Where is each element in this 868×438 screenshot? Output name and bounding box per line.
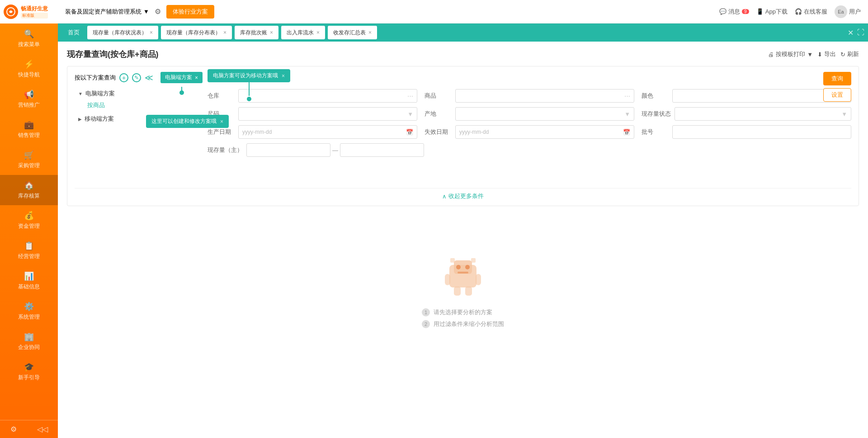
- sidebar: 畅通好生意 标准版 🔍 搜索菜单 ⚡ 快捷导航 📢 营销推广 💼 销售管理 🛒 …: [0, 0, 58, 438]
- stock-main-max[interactable]: [340, 143, 424, 157]
- warehouse-select[interactable]: ⋯: [238, 89, 417, 103]
- messages-action[interactable]: 💬 消息 9: [719, 8, 749, 16]
- empty-illustration: [436, 247, 490, 301]
- settings-icon[interactable]: ⚙: [155, 7, 161, 16]
- collapse-sidebar-icon[interactable]: ◁◁: [37, 425, 48, 433]
- sidebar-item-marketing[interactable]: 📢 营销推广: [0, 84, 58, 114]
- filter-edit-btn[interactable]: ✎: [132, 73, 141, 82]
- tooltip-close-2[interactable]: ×: [220, 118, 223, 125]
- sidebar-item-enterprise[interactable]: 🏢 企业协同: [0, 326, 58, 357]
- filter-item-batch-no: 批号: [642, 125, 851, 139]
- sidebar-item-label: 资金管理: [18, 222, 40, 230]
- goods-select[interactable]: ⋯: [455, 89, 634, 103]
- chevron-down-icon: ▼: [807, 51, 813, 58]
- page-actions: 🖨 按模板打印 ▼ ⬇ 导出 ↻ 刷新: [768, 50, 859, 58]
- filter-add-btn[interactable]: +: [119, 73, 128, 82]
- stock-status-select[interactable]: ▼: [675, 107, 851, 121]
- sidebar-item-inventory[interactable]: 🏠 库存核算: [0, 175, 58, 205]
- sidebar-item-management[interactable]: 📋 经营管理: [0, 235, 58, 266]
- expand-icon: ▶: [78, 117, 82, 122]
- refresh-icon: ↻: [840, 51, 845, 58]
- app-download-action[interactable]: 📱 App下载: [756, 8, 788, 16]
- chevron-down-icon: ▼: [143, 8, 149, 15]
- sidebar-item-purchase[interactable]: 🛒 采购管理: [0, 145, 58, 175]
- industry-btn[interactable]: 体验行业方案: [166, 5, 214, 19]
- tab-bar: 首页 现存量（库存状况表） × 现存量（库存分布表） × 库存批次账 × 出入库…: [58, 24, 868, 42]
- tab-inventory-status[interactable]: 现存量（库存状况表） ×: [87, 26, 158, 39]
- collapse-btn[interactable]: ∧ 收起更多条件: [442, 192, 484, 200]
- tip-num-1: 1: [422, 308, 430, 316]
- query-btn[interactable]: 查询: [823, 72, 851, 85]
- svg-rect-8: [454, 287, 461, 296]
- filter-row-4: 现存量（主） —: [208, 143, 851, 157]
- filter-item-produce-date: 生产日期 yyyy-mm-dd 📅: [208, 125, 417, 139]
- filter-item-stock-main: 现存量（主） —: [208, 143, 424, 157]
- svg-rect-6: [445, 274, 450, 285]
- tab-close-collection-summary[interactable]: ×: [368, 29, 372, 36]
- user-action[interactable]: Ea 用户: [835, 5, 861, 18]
- tab-collection-summary[interactable]: 收发存汇总表 ×: [328, 26, 377, 39]
- tab-close-in-out-flow[interactable]: ×: [316, 29, 320, 36]
- produce-date-start[interactable]: yyyy-mm-dd 📅: [238, 125, 417, 139]
- chevron-down-icon: ▼: [407, 111, 413, 118]
- empty-tip-1: 1 请先选择要分析的方案: [422, 306, 504, 318]
- sidebar-item-basic[interactable]: 📊 基础信息: [0, 266, 58, 296]
- system-title-select[interactable]: 装备及固定资产辅助管理系统 ▼: [65, 8, 149, 16]
- management-icon: 📋: [24, 241, 34, 251]
- tooltip-green-1: 电脑方案可设为移动方案哦 ×: [208, 69, 290, 82]
- sidebar-item-label: 库存核算: [18, 192, 40, 200]
- batch-no-input[interactable]: [672, 125, 851, 139]
- chevron-down-icon: ▼: [624, 111, 630, 118]
- tab-close-inventory-dist[interactable]: ×: [223, 29, 226, 36]
- filter-item-size: 尺码 ▼: [208, 107, 417, 121]
- tab-batch-account[interactable]: 库存批次账 ×: [235, 26, 278, 39]
- filter-buttons: 查询 设置: [816, 66, 859, 107]
- system-icon: ⚙️: [24, 301, 34, 311]
- marketing-icon: 📢: [24, 89, 34, 99]
- stock-main-min[interactable]: [246, 143, 330, 157]
- purchase-icon: 🛒: [24, 150, 34, 160]
- sidebar-item-newbie[interactable]: 🎓 新手引导: [0, 357, 58, 387]
- filter-item-origin: 产地 ▼: [425, 107, 634, 121]
- sidebar-item-quicknav[interactable]: ⚡ 快捷导航: [0, 54, 58, 84]
- logo-area: 畅通好生意 标准版: [0, 0, 58, 24]
- sidebar-item-label: 搜索菜单: [18, 41, 40, 48]
- inventory-icon: 🏠: [24, 180, 34, 190]
- sidebar-item-sales[interactable]: 💼 销售管理: [0, 114, 58, 145]
- setting-btn[interactable]: 设置: [823, 88, 851, 102]
- svg-point-4: [465, 265, 470, 269]
- tab-maximize-icon[interactable]: ⛶: [857, 28, 864, 37]
- sidebar-item-system[interactable]: ⚙️ 系统管理: [0, 296, 58, 326]
- export-btn[interactable]: ⬇ 导出: [817, 50, 836, 58]
- tab-in-out-flow[interactable]: 出入库流水 ×: [281, 26, 325, 39]
- tab-inventory-dist[interactable]: 现存量（库存分布表） ×: [161, 26, 232, 39]
- settings-footer-icon[interactable]: ⚙: [10, 425, 17, 433]
- sidebar-item-finance[interactable]: 💰 资金管理: [0, 205, 58, 235]
- sidebar-footer: ⚙ ◁◁: [0, 420, 58, 438]
- sidebar-item-search[interactable]: 🔍 搜索菜单: [0, 24, 58, 54]
- filter-row-3: 生产日期 yyyy-mm-dd 📅 失效日期 yyyy-mm-dd 📅: [208, 125, 851, 139]
- sidebar-item-label: 销售管理: [18, 132, 40, 139]
- tooltip-1: 电脑方案可设为移动方案哦 ×: [208, 69, 290, 82]
- filter-back-btn[interactable]: ≪: [145, 73, 153, 83]
- refresh-btn[interactable]: ↻ 刷新: [840, 50, 859, 58]
- origin-select[interactable]: ▼: [455, 107, 634, 121]
- tab-close-batch-account[interactable]: ×: [270, 29, 273, 36]
- stock-main-range: —: [246, 143, 424, 157]
- calendar-icon2[interactable]: 📅: [623, 129, 630, 136]
- empty-tip-2: 2 用过滤条件来缩小分析范围: [422, 318, 504, 330]
- tooltip-close-1[interactable]: ×: [282, 73, 285, 79]
- scheme-tag-close[interactable]: ×: [195, 75, 198, 81]
- tab-close-all-icon[interactable]: ✕: [848, 28, 854, 37]
- online-service-action[interactable]: 🎧 在线客服: [795, 8, 827, 16]
- expire-date-start[interactable]: yyyy-mm-dd 📅: [455, 125, 634, 139]
- size-select[interactable]: ▼: [238, 107, 417, 121]
- newbie-icon: 🎓: [24, 362, 34, 372]
- tab-close-inventory-status[interactable]: ×: [150, 29, 153, 36]
- sidebar-item-label: 企业协同: [18, 344, 40, 351]
- calendar-icon[interactable]: 📅: [406, 129, 413, 136]
- empty-state: 1 请先选择要分析的方案 2 用过滤条件来缩小分析范围: [67, 211, 859, 366]
- dots-icon: ⋯: [624, 93, 630, 99]
- template-print-btn[interactable]: 🖨 按模板打印 ▼: [768, 50, 813, 58]
- tab-home[interactable]: 首页: [61, 24, 86, 42]
